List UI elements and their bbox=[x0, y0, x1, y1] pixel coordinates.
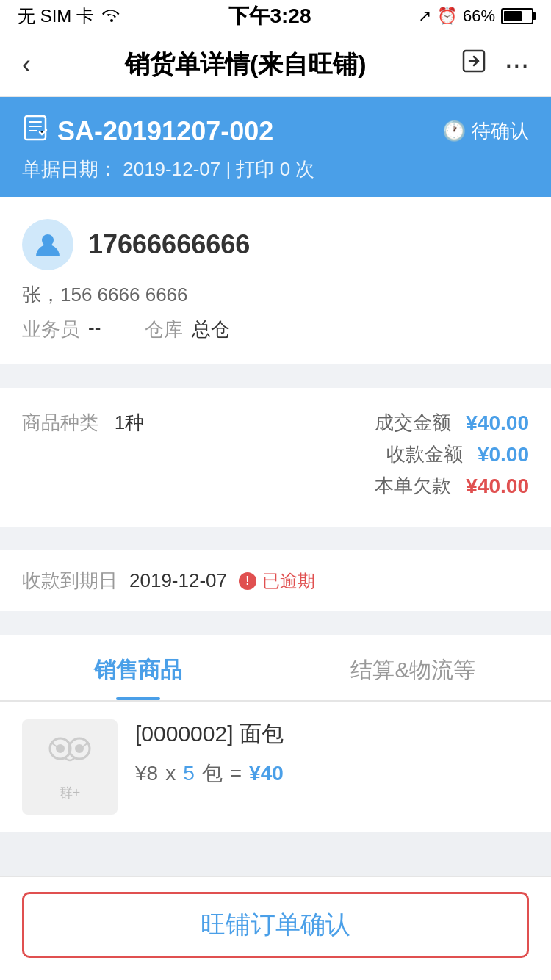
due-date-value: 2019-12-07 bbox=[129, 569, 227, 592]
customer-name-detail: 张，156 6666 6666 bbox=[22, 282, 529, 308]
divider-3 bbox=[0, 623, 551, 635]
due-date-card: 收款到期日 2019-12-07 ! 已逾期 bbox=[0, 550, 551, 611]
product-name: [0000002] 面包 bbox=[135, 719, 529, 749]
customer-meta: 业务员 -- 仓库 总仓 bbox=[22, 317, 529, 342]
salesperson-label: 业务员 bbox=[22, 317, 79, 342]
transaction-amount-row: 成交金额 ¥40.00 bbox=[375, 410, 529, 436]
product-type-value: 1种 bbox=[115, 411, 144, 433]
equals-sign: = bbox=[230, 762, 242, 785]
customer-top: 17666666666 bbox=[22, 219, 529, 270]
order-header: SA-20191207-002 🕐 待确认 单据日期： 2019-12-07 |… bbox=[0, 97, 551, 197]
order-icon bbox=[22, 115, 48, 148]
product-price: ¥8 x 5 包 = ¥40 bbox=[135, 760, 529, 788]
due-date-label: 收款到期日 bbox=[22, 568, 118, 594]
price-value: ¥8 bbox=[135, 762, 158, 785]
confirm-button-container: 旺铺订单确认 bbox=[0, 876, 551, 980]
svg-point-6 bbox=[75, 744, 84, 753]
product-info: [0000002] 面包 ¥8 x 5 包 = ¥40 bbox=[135, 719, 529, 788]
multiply-sign: x bbox=[165, 762, 176, 785]
order-date-line: 单据日期： 2019-12-07 | 打印 0 次 bbox=[22, 156, 529, 182]
warehouse-label: 仓库 bbox=[145, 317, 183, 342]
status-text: 待确认 bbox=[472, 118, 529, 144]
owed-amount-label: 本单欠款 bbox=[375, 473, 451, 499]
status-time: 下午3:28 bbox=[228, 2, 311, 30]
amount-summary: 成交金额 ¥40.00 收款金额 ¥0.00 本单欠款 ¥40.00 bbox=[375, 410, 529, 505]
tab-sales-products[interactable]: 销售商品 bbox=[0, 635, 276, 700]
status-bar: 无 SIM 卡 下午3:28 ↗ ⏰ 66% bbox=[0, 0, 551, 32]
brand-plus: 群+ bbox=[60, 784, 81, 801]
received-amount-value: ¥0.00 bbox=[478, 443, 529, 466]
transaction-amount-value: ¥40.00 bbox=[466, 411, 529, 435]
battery-percent: 66% bbox=[463, 7, 495, 26]
product-type-label: 商品种类 bbox=[22, 411, 98, 433]
customer-card: 17666666666 张，156 6666 6666 业务员 -- 仓库 总仓 bbox=[0, 197, 551, 364]
salesperson-field: 业务员 -- bbox=[22, 317, 101, 342]
product-qty: 5 bbox=[183, 762, 195, 785]
overdue-icon: ! bbox=[239, 572, 256, 590]
overdue-badge: ! 已逾期 bbox=[239, 569, 315, 593]
brand-logo bbox=[44, 732, 96, 779]
order-header-top: SA-20191207-002 🕐 待确认 bbox=[22, 115, 529, 148]
warehouse-field: 仓库 总仓 bbox=[145, 317, 230, 342]
salesperson-value: -- bbox=[88, 317, 101, 342]
confirm-order-button[interactable]: 旺铺订单确认 bbox=[22, 892, 529, 958]
customer-phone: 17666666666 bbox=[88, 229, 250, 260]
status-left: 无 SIM 卡 bbox=[18, 4, 122, 28]
battery-icon bbox=[501, 8, 533, 24]
summary-card: 商品种类 1种 成交金额 ¥40.00 收款金额 ¥0.00 本单欠款 ¥40.… bbox=[0, 388, 551, 527]
avatar bbox=[22, 219, 73, 270]
svg-point-5 bbox=[56, 744, 65, 753]
transaction-amount-label: 成交金额 bbox=[375, 410, 451, 436]
product-type: 商品种类 1种 bbox=[22, 410, 144, 436]
back-button[interactable]: ‹ bbox=[22, 49, 31, 80]
nav-bar: ‹ 销货单详情(来自旺铺) ··· bbox=[0, 32, 551, 97]
unit-label: 包 bbox=[202, 760, 223, 788]
status-right: ↗ ⏰ 66% bbox=[418, 7, 533, 26]
wifi-icon bbox=[101, 6, 122, 26]
tabs-container: 销售商品 结算&物流等 bbox=[0, 635, 551, 702]
warehouse-value: 总仓 bbox=[192, 317, 230, 342]
svg-point-2 bbox=[42, 234, 54, 246]
carrier-label: 无 SIM 卡 bbox=[18, 4, 94, 28]
page-title: 销货单详情(来自旺铺) bbox=[125, 48, 367, 82]
tab-settlement-logistics[interactable]: 结算&物流等 bbox=[276, 635, 551, 700]
nav-icons: ··· bbox=[461, 48, 529, 81]
order-id: SA-20191207-002 bbox=[22, 115, 273, 148]
divider-1 bbox=[0, 376, 551, 388]
overdue-text: 已逾期 bbox=[262, 569, 315, 593]
product-thumbnail: 群+ bbox=[22, 719, 118, 815]
more-button[interactable]: ··· bbox=[505, 48, 529, 81]
product-total: ¥40 bbox=[249, 762, 284, 785]
product-list: 群+ [0000002] 面包 ¥8 x 5 包 = ¥40 bbox=[0, 702, 551, 832]
order-status-badge: 🕐 待确认 bbox=[442, 118, 529, 144]
clock-icon: 🕐 bbox=[442, 120, 466, 143]
divider-2 bbox=[0, 538, 551, 550]
received-amount-row: 收款金额 ¥0.00 bbox=[375, 442, 529, 467]
owed-amount-value: ¥40.00 bbox=[466, 475, 529, 498]
location-icon: ↗ bbox=[418, 7, 431, 26]
owed-amount-row: 本单欠款 ¥40.00 bbox=[375, 473, 529, 499]
alarm-icon: ⏰ bbox=[437, 7, 457, 26]
svg-rect-1 bbox=[25, 116, 46, 140]
share-button[interactable] bbox=[461, 48, 487, 81]
product-item: 群+ [0000002] 面包 ¥8 x 5 包 = ¥40 bbox=[22, 719, 529, 815]
received-amount-label: 收款金额 bbox=[386, 442, 463, 467]
